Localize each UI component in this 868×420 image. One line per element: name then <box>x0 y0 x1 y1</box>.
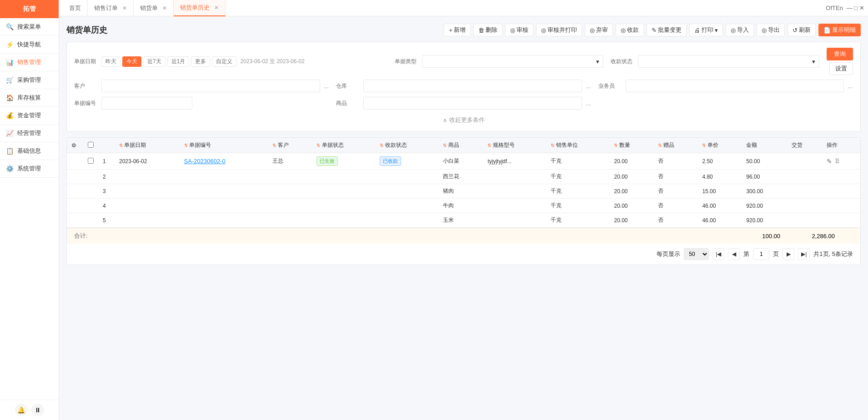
filter-product: 商品 ... <box>336 97 591 110</box>
tab-sales-order[interactable]: 销售订单 ✕ <box>88 0 134 16</box>
row-check-cell[interactable] <box>83 213 98 228</box>
pause-btn[interactable]: ⏸ <box>31 404 44 416</box>
tab-home[interactable]: 首页 <box>63 0 88 16</box>
col-amount[interactable]: 金额 <box>742 138 787 153</box>
sidebar-item-finance[interactable]: 💰 资金管理 <box>0 107 59 125</box>
col-check[interactable] <box>83 138 98 153</box>
delete-label: 删除 <box>486 26 497 34</box>
doc-status-badge: 已生效 <box>316 156 338 166</box>
sidebar-item-inventory[interactable]: 🏠 库存核算 <box>0 89 59 107</box>
col-doc-number[interactable]: ⇅ 单据编号 <box>180 138 268 153</box>
filter-doc-number: 单据编号 <box>74 97 329 110</box>
next-page-btn[interactable]: ▶ <box>783 248 794 260</box>
date-tag-yesterday[interactable]: 昨天 <box>101 56 120 67</box>
prev-page-btn[interactable]: ◀ <box>728 248 740 260</box>
sidebar-bottom: 🔔 ⏸ <box>0 400 59 420</box>
collapse-label: 收起更多条件 <box>449 116 485 124</box>
tab-sales-delivery-close[interactable]: ✕ <box>162 5 167 11</box>
date-tag-more[interactable]: 更多 <box>191 56 210 67</box>
row-spec <box>483 199 546 213</box>
product-dots[interactable]: ... <box>586 100 591 107</box>
batch-change-button[interactable]: ✎ 批量变更 <box>647 24 687 36</box>
col-customer[interactable]: ⇅ 客户 <box>268 138 312 153</box>
collapse-button[interactable]: ∧ 收起更多条件 <box>74 114 853 126</box>
refresh-button[interactable]: ↺ 刷新 <box>788 24 816 36</box>
date-tag-today[interactable]: 今天 <box>122 56 141 67</box>
row-qty: 20.00 <box>609 153 653 170</box>
col-product[interactable]: ⇅ 商品 <box>438 138 483 153</box>
tab-sales-history-close[interactable]: ✕ <box>214 5 219 11</box>
sidebar-item-operations[interactable]: 📈 经营管理 <box>0 125 59 142</box>
col-gift[interactable]: ⇅ 赠品 <box>653 138 697 153</box>
collapse-up-icon: ∧ <box>443 117 447 124</box>
staff-input[interactable] <box>626 80 844 92</box>
filter-row-2: 客户 ... 仓库 ... 业务员 ... <box>74 80 853 92</box>
tab-sales-order-close[interactable]: ✕ <box>122 5 127 11</box>
row-check-cell[interactable] <box>83 153 98 170</box>
print-button[interactable]: 🖨 打印 ▾ <box>689 24 723 36</box>
row-amount: 920.00 <box>742 213 787 228</box>
tab-sales-delivery[interactable]: 销货单 ✕ <box>134 0 174 16</box>
col-doc-status[interactable]: ⇅ 单据状态 <box>312 138 375 153</box>
col-doc-date[interactable]: ⇅ 单据日期 <box>115 138 180 153</box>
export-button[interactable]: ◎ 导出 <box>757 24 785 36</box>
col-spec[interactable]: ⇅ 规格型号 <box>483 138 546 153</box>
doc-number-input[interactable] <box>101 97 192 110</box>
product-input[interactable] <box>363 97 582 110</box>
table-row: 5 玉米 千克 20.00 否 46.00 920.00 <box>67 213 860 228</box>
col-unit-price[interactable]: ⇅ 单价 <box>697 138 742 153</box>
last-page-btn[interactable]: ▶| <box>798 248 810 260</box>
per-page-select[interactable]: 50 100 200 <box>684 248 709 260</box>
more-icon[interactable]: ⠿ <box>835 158 839 165</box>
customer-dots[interactable]: ... <box>324 82 329 90</box>
collection-status-select[interactable]: ▾ <box>638 55 819 68</box>
select-all-checkbox[interactable] <box>88 142 94 148</box>
date-tag-7days[interactable]: 近7天 <box>143 56 166 67</box>
doc-type-arrow: ▾ <box>596 58 599 65</box>
notification-btn[interactable]: 🔔 <box>15 404 28 416</box>
add-button[interactable]: + 新增 <box>444 24 471 36</box>
first-page-btn[interactable]: |◀ <box>712 248 724 260</box>
doc-type-select[interactable]: ▾ <box>422 55 603 68</box>
sidebar-item-system-mgmt[interactable]: ⚙️ 系统管理 <box>0 160 59 178</box>
edit-icon[interactable]: ✎ <box>827 158 832 165</box>
staff-dots[interactable]: ... <box>848 82 853 90</box>
warehouse-dots[interactable]: ... <box>586 82 591 90</box>
row-collection-status <box>375 184 438 199</box>
row-check-cell[interactable] <box>83 199 98 213</box>
doc-number-link[interactable]: SA-20230602-0 <box>184 158 226 165</box>
col-collection-status[interactable]: ⇅ 收款状态 <box>375 138 438 153</box>
row-spec <box>483 213 546 228</box>
row-checkbox[interactable] <box>88 158 94 164</box>
col-qty[interactable]: ⇅ 数量 <box>609 138 653 153</box>
settings-button[interactable]: 设置 <box>829 62 853 75</box>
audit-print-button[interactable]: ◎ 审核并打印 <box>536 24 582 36</box>
col-unit[interactable]: ⇅ 销售单位 <box>546 138 609 153</box>
row-settings-cell <box>67 184 83 199</box>
col-settings[interactable]: ⚙ <box>67 138 83 153</box>
date-tag-1month[interactable]: 近1月 <box>167 56 190 67</box>
sidebar-item-quick-nav[interactable]: ⚡ 快捷导航 <box>0 36 59 54</box>
row-check-cell[interactable] <box>83 170 98 184</box>
sidebar-item-purchase-mgmt[interactable]: 🛒 采购管理 <box>0 71 59 89</box>
sidebar-item-sales-mgmt[interactable]: 📊 销售管理 <box>0 54 59 71</box>
warehouse-input[interactable] <box>363 80 582 92</box>
delete-icon: 🗑 <box>478 27 484 34</box>
delete-button[interactable]: 🗑 删除 <box>473 24 502 36</box>
abandon-button[interactable]: ◎ 弃审 <box>585 24 613 36</box>
customer-input[interactable] <box>101 80 320 92</box>
date-tag-custom[interactable]: 自定义 <box>212 56 236 67</box>
sidebar-item-basic-info[interactable]: 📋 基础信息 <box>0 142 59 160</box>
collection-status-badge: 已收款 <box>380 156 401 166</box>
row-qty: 20.00 <box>609 213 653 228</box>
audit-button[interactable]: ◎ 审核 <box>505 24 533 36</box>
row-check-cell[interactable] <box>83 184 98 199</box>
row-doc-number <box>180 184 268 199</box>
page-input[interactable] <box>753 248 769 260</box>
sidebar-item-search-menu[interactable]: 🔍 搜索菜单 <box>0 18 59 36</box>
import-button[interactable]: ◎ 导入 <box>726 24 754 36</box>
collect-button[interactable]: ◎ 收款 <box>616 24 644 36</box>
tab-sales-history[interactable]: 销货单历史 ✕ <box>174 0 226 16</box>
query-button[interactable]: 查询 <box>827 48 853 60</box>
show-detail-button[interactable]: 📄 显示明细 <box>818 24 861 36</box>
